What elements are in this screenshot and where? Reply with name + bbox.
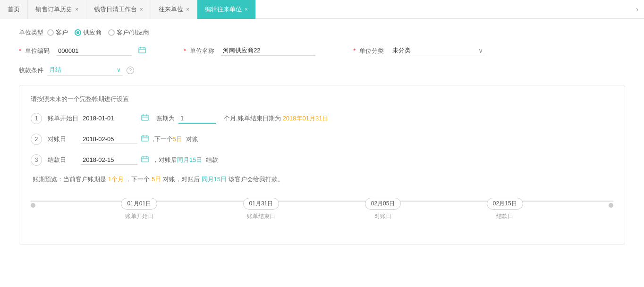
timeline-pill-3: 02月15日 xyxy=(487,198,523,210)
unit-name-input[interactable] xyxy=(221,46,315,56)
payment-terms-dropdown[interactable]: 月结 ∨ xyxy=(47,65,123,76)
tab-scroll-arrow[interactable]: › xyxy=(630,5,644,14)
svg-rect-0 xyxy=(139,48,145,53)
preview-text: 账期预览：当前客户账期是 1个月 ，下一个 5日 对账，对账后 同月15日 该客… xyxy=(31,175,613,184)
step-1-label: 账单开始日 xyxy=(48,114,81,123)
period-settings-section: 请按照未来的一个完整帐期进行设置 1 账单开始日 账期为 个月,账单结束日期为 … xyxy=(19,85,625,245)
radio-customer[interactable]: 客户 xyxy=(47,28,68,37)
tab-sales-history[interactable]: 销售订单历史 × xyxy=(28,0,86,19)
unit-class-arrow: ∨ xyxy=(478,47,483,54)
step-1-period-unit: 个月,账单结束日期为 xyxy=(224,114,281,123)
radio-supplier-label: 供应商 xyxy=(83,28,102,37)
unit-class-label: 单位分类 xyxy=(359,47,384,55)
timeline-items: 01月01日 账单开始日 01月31日 账单结束日 02月05日 对账日 02月… xyxy=(31,198,613,220)
radio-both-circle xyxy=(108,29,115,36)
step-2-desc-suffix: 对账 xyxy=(186,135,198,144)
step-1-row: 1 账单开始日 账期为 个月,账单结束日期为 2018年01月31日 xyxy=(31,113,613,124)
main-content: 单位类型 客户 供应商 客户/供应商 * 单位编码 xyxy=(0,19,644,287)
unit-code-label: 单位编码 xyxy=(25,47,50,55)
unit-class-dropdown[interactable]: 未分类 ∨ xyxy=(390,45,485,56)
step-2-desc-prefix: ,下一个 xyxy=(153,135,173,144)
tab-cash-work-label: 钱货日清工作台 xyxy=(94,5,137,14)
timeline-pill-0: 01月01日 xyxy=(121,198,157,210)
tab-home[interactable]: 首页 xyxy=(0,0,28,19)
tab-home-label: 首页 xyxy=(8,5,20,14)
step-1-period-label: 账期为 xyxy=(156,114,175,123)
step-1-period-highlight: 2018年01月31日 xyxy=(283,114,329,123)
timeline-node-2: 02月05日 对账日 xyxy=(365,198,401,220)
timeline: 01月01日 账单开始日 01月31日 账单结束日 02月05日 对账日 02月… xyxy=(31,193,613,235)
unit-name-star: * xyxy=(184,47,186,54)
payment-terms-value: 月结 xyxy=(49,66,61,74)
payment-terms-row: 收款条件 月结 ∨ ? xyxy=(19,65,625,76)
svg-rect-4 xyxy=(142,115,148,120)
tab-partner-close[interactable]: × xyxy=(186,6,189,13)
timeline-dot-end xyxy=(609,203,613,208)
radio-customer-label: 客户 xyxy=(56,28,68,37)
step-1-num: 1 xyxy=(31,113,42,124)
payment-terms-arrow: ∨ xyxy=(117,67,121,73)
timeline-node-0: 01月01日 账单开始日 xyxy=(121,198,157,220)
tab-partner-label: 往来单位 xyxy=(159,5,183,14)
step-1-period-input[interactable] xyxy=(178,114,216,124)
timeline-node-label-0: 账单开始日 xyxy=(125,212,153,220)
step-3-cal-icon[interactable] xyxy=(141,155,149,165)
step-3-label: 结款日 xyxy=(48,156,81,164)
unit-type-radio-group: 客户 供应商 客户/供应商 xyxy=(47,28,149,37)
svg-rect-12 xyxy=(142,157,148,162)
radio-supplier-circle xyxy=(75,29,81,36)
tab-edit-partner-label: 编辑往来单位 xyxy=(205,5,242,14)
unit-class-star: * xyxy=(353,47,356,54)
timeline-pill-1: 01月31日 xyxy=(243,198,280,210)
timeline-node-label-3: 结款日 xyxy=(496,212,513,220)
step-3-desc-suffix: 结款 xyxy=(206,156,218,164)
step-3-desc-highlight: 同月15日 xyxy=(177,156,202,164)
radio-supplier[interactable]: 供应商 xyxy=(75,28,102,37)
tab-edit-partner[interactable]: 编辑往来单位 × xyxy=(197,0,256,19)
payment-terms-label: 收款条件 xyxy=(19,66,43,75)
unit-code-icon[interactable] xyxy=(138,46,146,56)
unit-code-star: * xyxy=(19,47,21,54)
unit-type-label: 单位类型 xyxy=(19,28,43,37)
unit-class-value: 未分类 xyxy=(392,46,411,55)
unit-info-row: * 单位编码 * 单位名称 * 单位分类 未分类 ∨ xyxy=(19,45,625,56)
timeline-node-1: 01月31日 账单结束日 xyxy=(243,198,280,220)
unit-type-row: 单位类型 客户 供应商 客户/供应商 xyxy=(19,28,625,37)
unit-class-field: * 单位分类 未分类 ∨ xyxy=(353,45,485,56)
timeline-node-label-2: 对账日 xyxy=(374,212,391,220)
payment-terms-help[interactable]: ? xyxy=(127,67,134,74)
step-2-row: 2 对账日 ,下一个 5日 对账 xyxy=(31,134,613,145)
preview-suffix: 该客户会给我打款。 xyxy=(229,176,284,183)
step-2-desc-highlight: 5日 xyxy=(173,135,182,144)
step-2-cal-icon[interactable] xyxy=(141,135,149,144)
tab-edit-partner-close[interactable]: × xyxy=(245,6,248,13)
tab-sales-history-label: 销售订单历史 xyxy=(35,5,72,14)
preview-part2: 5日 xyxy=(152,176,161,183)
unit-code-field: * 单位编码 xyxy=(19,46,146,56)
radio-customer-circle xyxy=(47,29,54,36)
tabs-bar: 首页 销售订单历史 × 钱货日清工作台 × 往来单位 × 编辑往来单位 × › xyxy=(0,0,644,19)
timeline-pill-2: 02月05日 xyxy=(365,198,401,210)
step-2-num: 2 xyxy=(31,134,42,145)
preview-part3: 同月15日 xyxy=(202,176,227,183)
svg-rect-8 xyxy=(142,136,148,141)
radio-both[interactable]: 客户/供应商 xyxy=(108,28,149,37)
radio-both-label: 客户/供应商 xyxy=(117,28,149,37)
preview-sep2: 对账，对账后 xyxy=(163,176,200,183)
timeline-node-3: 02月15日 结款日 xyxy=(487,198,523,220)
unit-name-label: 单位名称 xyxy=(190,47,214,55)
step-1-date-input[interactable] xyxy=(81,114,137,123)
unit-code-input[interactable] xyxy=(56,46,132,56)
tab-sales-history-close[interactable]: × xyxy=(75,6,78,13)
section-title: 请按照未来的一个完整帐期进行设置 xyxy=(31,95,613,103)
step-2-date-input[interactable] xyxy=(81,135,137,144)
step-2-label: 对账日 xyxy=(48,135,81,144)
tab-partner[interactable]: 往来单位 × xyxy=(151,0,197,19)
step-3-num: 3 xyxy=(31,154,42,166)
preview-prefix: 账期预览：当前客户账期是 xyxy=(33,176,106,183)
tab-cash-work[interactable]: 钱货日清工作台 × xyxy=(86,0,151,19)
step-3-desc-prefix: ，对账后 xyxy=(153,156,177,164)
step-3-date-input[interactable] xyxy=(81,155,137,165)
tab-cash-work-close[interactable]: × xyxy=(140,6,143,13)
step-1-cal-icon[interactable] xyxy=(141,114,149,123)
